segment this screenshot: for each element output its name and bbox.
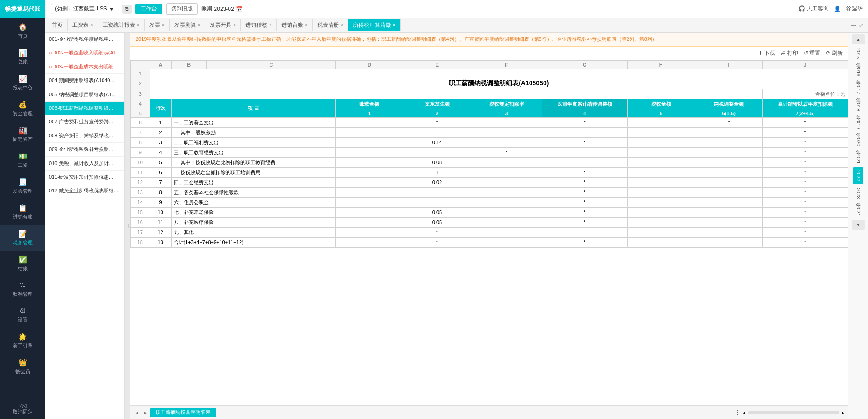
tab-close-invoice-calc[interactable]: ×: [198, 23, 201, 28]
tab-salary-stats[interactable]: 工资统计报表×: [98, 19, 145, 31]
tab-sales-ledger[interactable]: 进销台账×: [277, 19, 313, 31]
sidebar-item-ledger[interactable]: 📊 总账: [0, 44, 45, 70]
collapse-panel-btn[interactable]: 《: [125, 33, 130, 419]
tab-close-audit[interactable]: ×: [269, 23, 272, 28]
col-e-sub: 2: [403, 109, 471, 117]
scroll-right-btn[interactable]: ▸: [842, 409, 844, 416]
year-2017[interactable]: 2017年: [853, 80, 863, 97]
h-scrollbar[interactable]: [748, 411, 839, 414]
tab-home[interactable]: 首页: [47, 19, 68, 31]
year-2019[interactable]: 2019年: [853, 115, 863, 132]
tab-close-invoice-issue[interactable]: ×: [233, 23, 236, 28]
sidebar-item-guide[interactable]: 🌟 新手引导: [0, 328, 45, 354]
table-row-header: 4 行次 项 目 账载全额 支东发生额 税收规定扣除率 以前年度累计结转调整额 …: [131, 99, 848, 109]
sidebar-item-salary[interactable]: 💵 工资: [0, 147, 45, 173]
col-header-f: F: [471, 60, 542, 69]
table-row: 6 1 一、工资薪金支出 * * * *: [131, 117, 848, 127]
tab-close-salary[interactable]: ×: [90, 23, 93, 28]
year-2016[interactable]: 2016年: [853, 63, 863, 79]
tax-icon: 📝: [18, 229, 27, 238]
year-2015[interactable]: 2015年: [853, 45, 863, 62]
sidebar-item-finance[interactable]: 💰 资金管理: [0, 96, 45, 122]
main-area: (勿删）江西般宝-LSS ▼ ⧉ 工作台 切到旧版 账期 2023-02 📅 🎧…: [45, 0, 868, 419]
table-row: 18 13 合计(1+3+4+7+8+9+10+11+12) * * *: [131, 237, 848, 247]
form-list-item-011[interactable]: 011-研发费用加计扣除优惠...: [45, 171, 124, 184]
archive-icon: 🗂: [19, 281, 26, 289]
col-d-header: 账载全额: [336, 99, 403, 109]
sidebar-item-reports[interactable]: 📈 报表中心: [0, 70, 45, 96]
workspace-btn[interactable]: 工作台: [135, 4, 162, 14]
tab-invoice[interactable]: 发票×: [145, 19, 170, 31]
refresh-btn[interactable]: ⟳ 刷新: [826, 49, 843, 57]
sidebar-item-sales[interactable]: 📋 进销台账: [0, 199, 45, 225]
tab-close-tax-table[interactable]: ×: [341, 23, 343, 28]
sheet-tab[interactable]: 职工薪酬纳税调整明细表: [150, 408, 216, 417]
form-list-item-003[interactable]: 003-一般企业成本支出明细...: [45, 60, 124, 74]
chevron-down-icon: ▼: [109, 6, 114, 12]
form-list-item-007[interactable]: 007-广告费和业务宣传费跨...: [45, 115, 124, 129]
service-btn[interactable]: 🎧 人工客询: [799, 5, 829, 13]
col-d-sub: 1: [336, 109, 403, 117]
sidebar-item-member[interactable]: 👑 畅会员: [0, 354, 45, 380]
scroll-left-btn[interactable]: ◂: [743, 409, 745, 416]
col-i-sub: 6(1-5): [695, 109, 762, 117]
reset-btn[interactable]: ↺ 重置: [804, 49, 820, 57]
tab-maximize-btn[interactable]: ⤢: [859, 22, 863, 29]
year-2024[interactable]: 2024年: [853, 202, 863, 219]
company-selector[interactable]: (勿删）江西般宝-LSS ▼: [51, 4, 118, 14]
tab-audit[interactable]: 进销稽核×: [241, 19, 277, 31]
tab-invoice-issue[interactable]: 发票开具×: [205, 19, 241, 31]
year-2018[interactable]: 2018年: [853, 97, 863, 114]
unpin-btn[interactable]: ◁◁ 取消固定: [0, 399, 45, 419]
form-list-item-002[interactable]: 002-一般企业收入明细表(A1...: [45, 46, 124, 60]
form-list-item-005[interactable]: 005-纳税调整项目明细表(A1...: [45, 88, 124, 102]
year-2020[interactable]: 2020年: [853, 132, 863, 149]
form-list-item-009[interactable]: 009-企业所得税弥补亏损明...: [45, 143, 124, 156]
tab-close-sales-ledger[interactable]: ×: [305, 23, 308, 28]
sidebar-item-invoice[interactable]: 🧾 发票管理: [0, 173, 45, 199]
form-list-item-001[interactable]: 001-企业所得税年度纳税申...: [45, 33, 124, 46]
calendar-icon[interactable]: 📅: [236, 6, 243, 12]
form-list-item-006[interactable]: 006-职工薪酬纳税调整明细...: [45, 102, 124, 115]
sidebar-item-assets[interactable]: 🏭 固定资产: [0, 122, 45, 147]
topbar: (勿删）江西般宝-LSS ▼ ⧉ 工作台 切到旧版 账期 2023-02 📅 🎧…: [45, 0, 868, 18]
tab-invoice-calc[interactable]: 发票测算×: [170, 19, 206, 31]
download-btn[interactable]: ⬇ 下载: [758, 49, 775, 57]
table-row: 11 6 按税收规定全额扣除的职工培训费用 1 * *: [131, 167, 848, 177]
year-up-btn[interactable]: ▲: [852, 34, 865, 44]
form-list-item-008[interactable]: 008-资产折旧、摊销及纳税...: [45, 129, 124, 143]
history-btn[interactable]: 切到旧版: [166, 3, 198, 15]
form-list-item-012[interactable]: 012-减免企业所得税优惠明细...: [45, 184, 124, 198]
copy-btn[interactable]: ⧉: [122, 5, 132, 14]
spreadsheet-container[interactable]: A B C D E F G H I J: [130, 60, 848, 405]
year-2022[interactable]: 2022年: [853, 167, 863, 184]
tab-close-salary-stats[interactable]: ×: [137, 23, 140, 28]
dots-menu[interactable]: ⋮: [735, 409, 740, 416]
tab-minimize-btn[interactable]: —: [851, 22, 856, 29]
form-list-item-004[interactable]: 004-期间费用明细表(A1040...: [45, 74, 124, 88]
salary-icon: 💵: [18, 152, 27, 161]
year-down-btn[interactable]: ▼: [852, 220, 865, 230]
sheet-next-btn[interactable]: ▸: [142, 409, 148, 416]
table-row: 14 9 六、住房公积金 * *: [131, 197, 848, 207]
tab-salary[interactable]: 工资表×: [68, 19, 98, 31]
sidebar-item-home[interactable]: 🏠 首页: [0, 18, 45, 44]
form-list-item-010[interactable]: 010-免税、减计收入及加计...: [45, 157, 124, 171]
col-header-a: A: [150, 60, 171, 69]
year-2021[interactable]: 2021年: [853, 150, 863, 166]
sidebar-item-closing[interactable]: ✅ 结账: [0, 251, 45, 277]
row-num-1: 1: [131, 69, 150, 78]
tab-close-income-tax[interactable]: ×: [393, 23, 396, 28]
sheet-prev-btn[interactable]: ◂: [134, 409, 140, 416]
sidebar-item-archive[interactable]: 🗂 归档管理: [0, 277, 45, 302]
tab-tax-table[interactable]: 税表清册×: [313, 19, 348, 31]
tab-close-invoice[interactable]: ×: [162, 23, 165, 28]
sidebar-item-tax[interactable]: 📝 税务管理: [0, 225, 45, 251]
col-xiangmu-header: 项 目: [171, 99, 336, 117]
sidebar-item-settings[interactable]: ⚙ 设置: [0, 302, 45, 328]
assets-icon: 🏭: [18, 126, 27, 135]
tab-income-tax[interactable]: 所得税汇算清缴×: [348, 19, 401, 31]
print-btn[interactable]: 🖨 打印: [780, 49, 798, 57]
year-2023[interactable]: 2023年: [853, 185, 863, 201]
tab-end-btns: — ⤢: [848, 22, 866, 29]
